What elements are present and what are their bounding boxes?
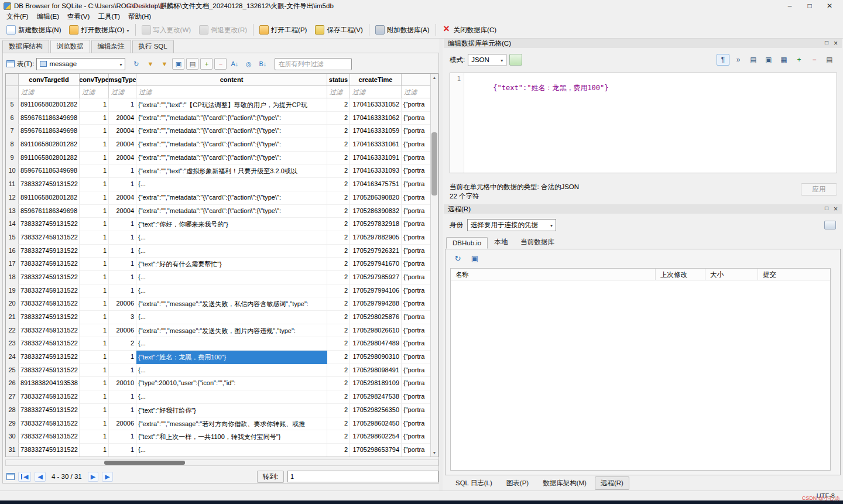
refresh-icon[interactable]: ↻ <box>130 58 142 70</box>
apply-button[interactable]: 应用 <box>801 183 837 196</box>
cell-createTime[interactable]: 1705298025876 <box>350 311 402 324</box>
open-project-button[interactable]: 打开工程(P) <box>255 23 311 36</box>
cell-content[interactable]: {... <box>136 444 327 457</box>
cell-content[interactable]: {... <box>136 178 327 191</box>
remote-column-last-modified[interactable]: 上次修改 <box>656 269 705 280</box>
clone-database-icon[interactable]: ▣ <box>468 252 481 264</box>
cell-msgType[interactable]: 1 <box>109 351 136 364</box>
dock-tab-sql-log[interactable]: SQL 日志(L) <box>450 476 498 490</box>
cell-convTargetId[interactable]: 7383327459131522 <box>19 430 80 444</box>
copy-cell-icon[interactable]: ▣ <box>762 54 775 66</box>
cell-content[interactable]: {"extra":"","metadata":"{\"card\":{\"act… <box>136 152 327 165</box>
table-row[interactable]: 31738332745913152211{...21705298653794{"… <box>6 444 430 457</box>
cell-convTargetId[interactable]: 8596761186349698 <box>19 164 80 178</box>
goto-button[interactable]: 转到: <box>257 471 284 483</box>
cell-createTime[interactable]: 1704163331061 <box>350 138 402 152</box>
column-header-createTime[interactable]: createTime <box>350 74 402 85</box>
cell-createTime[interactable]: 1705298090310 <box>350 351 402 364</box>
cell-content[interactable]: {"extra":"","message":"发送失败，私信内容含敏感词","t… <box>136 297 327 311</box>
close-panel-icon[interactable] <box>834 205 838 212</box>
cell-content[interactable]: {"extra":"","message":"发送失败，图片内容违规","typ… <box>136 324 327 338</box>
menu-help[interactable]: 帮助(H) <box>124 12 155 22</box>
table-row[interactable]: 18738332745913152211{...21705297985927{"… <box>6 271 430 284</box>
cell-extra[interactable]: {"portra <box>402 245 430 258</box>
cell-extra[interactable]: {"portra <box>402 337 430 351</box>
table-row[interactable]: 88911065802801282120004{"extra":"","meta… <box>6 138 430 152</box>
cell-convType[interactable]: 1 <box>80 297 109 311</box>
filter-input-extra[interactable]: 过滤 <box>402 86 430 98</box>
cell-status[interactable]: 2 <box>327 337 350 351</box>
remote-tab-current-database[interactable]: 当前数据库 <box>514 235 561 249</box>
cell-status[interactable]: 2 <box>327 417 350 431</box>
table-row[interactable]: 5891106580280128211{"extra":"","text":"【… <box>6 98 430 112</box>
cell-convType[interactable]: 1 <box>80 377 109 390</box>
filter-input-createTime[interactable]: 过滤 <box>350 86 402 98</box>
clear-cell-icon[interactable]: − <box>808 54 821 66</box>
cell-convTargetId[interactable]: 8911065802801282 <box>19 98 80 112</box>
table-row[interactable]: 15738332745913152211{...21705297882905{"… <box>6 231 430 245</box>
cell-convType[interactable]: 1 <box>80 430 109 444</box>
table-row[interactable]: 268913838204193538120010{"type":20010,"u… <box>6 377 430 390</box>
cell-createTime[interactable]: 1705297832918 <box>350 218 402 231</box>
cell-status[interactable]: 2 <box>327 430 350 444</box>
refresh-remote-icon[interactable]: ↻ <box>451 252 464 264</box>
cell-convTargetId[interactable]: 7383327459131522 <box>19 311 80 324</box>
table-row[interactable]: 138596761186349698120004{"extra":"","met… <box>6 205 430 218</box>
revert-changes-button[interactable]: 倒退更改(R) <box>195 23 251 36</box>
cell-extra[interactable]: {"portra <box>402 191 430 205</box>
cell-createTime[interactable]: 1705286390820 <box>350 191 402 205</box>
scroll-up-icon[interactable] <box>431 74 438 81</box>
cell-convTargetId[interactable]: 8913838204193538 <box>19 377 80 390</box>
column-header-convTargetId[interactable]: convTargetId <box>19 74 80 85</box>
cell-extra[interactable]: {"portra <box>402 152 430 165</box>
cell-createTime[interactable]: 1705297994288 <box>350 297 402 311</box>
cell-extra[interactable]: {"portra <box>402 178 430 191</box>
first-record-button[interactable] <box>18 472 31 482</box>
goto-input[interactable] <box>287 471 438 482</box>
table-row[interactable]: 227383327459131522120006{"extra":"","mes… <box>6 324 430 338</box>
cell-msgType[interactable]: 1 <box>109 430 136 444</box>
cell-extra[interactable]: {"portra <box>402 297 430 311</box>
cell-createTime[interactable]: 1705298247538 <box>350 390 402 404</box>
cell-msgType[interactable]: 20004 <box>109 205 136 218</box>
dock-tab-database-schema[interactable]: 数据库架构(M) <box>537 476 592 490</box>
cell-extra[interactable]: {"portra <box>402 377 430 390</box>
cell-status[interactable]: 2 <box>327 231 350 245</box>
cell-msgType[interactable]: 1 <box>109 390 136 404</box>
table-row[interactable]: 14738332745913152211{"text":"你好，你哪来来我号的"… <box>6 218 430 231</box>
table-row[interactable]: 11738332745913152211{...21704163475751{"… <box>6 178 430 191</box>
cell-content[interactable]: {"text":"好的有什么需要帮忙"} <box>136 258 327 271</box>
cell-status[interactable]: 2 <box>327 245 350 258</box>
cell-createTime[interactable]: 1705297985927 <box>350 271 402 284</box>
cell-content[interactable]: {"text":"姓名：龙黑，费用100"} <box>136 351 327 364</box>
filter-options-icon[interactable]: ▼ <box>158 58 170 70</box>
credentials-icon[interactable] <box>824 221 836 229</box>
cell-convTargetId[interactable]: 7383327459131522 <box>19 351 80 364</box>
cell-status[interactable]: 2 <box>327 284 350 298</box>
print-icon[interactable]: ▤ <box>823 54 836 66</box>
import-data-icon[interactable]: + <box>793 54 806 66</box>
filter-input-msgType[interactable]: 过滤 <box>109 86 136 98</box>
previous-record-button[interactable] <box>35 472 45 482</box>
cell-content[interactable]: {"type":20010,"user":{"icon":"","id": <box>136 377 327 390</box>
dock-tab-remote[interactable]: 远程(R) <box>595 476 629 490</box>
table-row[interactable]: 128911065802801282120004{"extra":"","met… <box>6 191 430 205</box>
remote-column-commit[interactable]: 提交 <box>758 269 831 280</box>
cell-createTime[interactable]: 1705298026610 <box>350 324 402 338</box>
cell-convType[interactable]: 1 <box>80 138 109 152</box>
cell-convType[interactable]: 1 <box>80 324 109 338</box>
cell-msgType[interactable]: 1 <box>109 284 136 298</box>
cell-convType[interactable]: 1 <box>80 178 109 191</box>
cell-extra[interactable]: {"portra <box>402 258 430 271</box>
cell-content[interactable]: {"extra":"","text":"【CP玩法调整】尊敬的用户，为提升CP玩 <box>136 98 327 112</box>
image-view-icon[interactable] <box>509 54 522 66</box>
cell-createTime[interactable]: 1704163475751 <box>350 178 402 191</box>
table-row[interactable]: 30738332745913152211{"text":"和上次一样，一共110… <box>6 430 430 444</box>
filter-input-convType[interactable]: 过滤 <box>80 86 109 98</box>
table-row[interactable]: 17738332745913152211{"text":"好的有什么需要帮忙"}… <box>6 258 430 271</box>
cell-status[interactable]: 2 <box>327 164 350 178</box>
cell-content[interactable]: {"extra":"","metadata":"{\"card\":{\"act… <box>136 191 327 205</box>
cell-extra[interactable]: {"portra <box>402 138 430 152</box>
cell-msgType[interactable]: 1 <box>109 271 136 284</box>
menu-view[interactable]: 查看(V) <box>63 12 94 22</box>
